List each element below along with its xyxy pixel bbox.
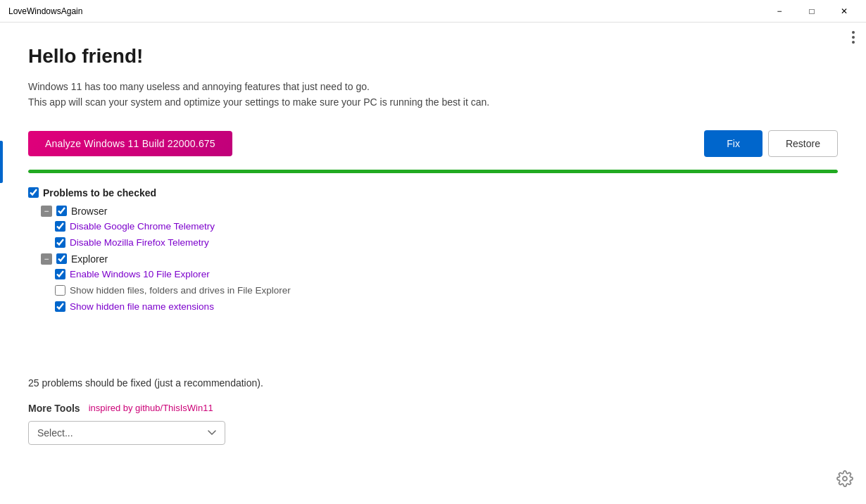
restore-button[interactable]: Restore	[768, 130, 838, 157]
firefox-telemetry-label[interactable]: Disable Mozilla Firefox Telemetry	[70, 237, 209, 248]
show-hidden-files-checkbox[interactable]	[55, 285, 65, 296]
actions-row: Analyze Windows 11 Build 22000.675 Fix R…	[28, 130, 838, 157]
description-line2: This app will scan your system and optim…	[28, 94, 838, 110]
explorer-collapse-button[interactable]: −	[41, 253, 52, 265]
win10-explorer-item: Enable Windows 10 File Explorer	[55, 269, 832, 279]
main-content: Hello friend! Windows 11 has too many us…	[0, 23, 866, 504]
browser-label[interactable]: Browser	[71, 206, 107, 217]
maximize-button[interactable]: □	[796, 0, 828, 23]
firefox-telemetry-item: Disable Mozilla Firefox Telemetry	[55, 237, 832, 248]
browser-sub-items: Disable Google Chrome Telemetry Disable …	[55, 221, 832, 248]
explorer-group-header: − Explorer	[41, 253, 832, 265]
root-check-label[interactable]: Problems to be checked	[43, 187, 156, 199]
page-title: Hello friend!	[28, 45, 838, 68]
chrome-telemetry-item: Disable Google Chrome Telemetry	[55, 221, 832, 232]
description-line1: Windows 11 has too many useless and anno…	[28, 79, 838, 94]
fix-button[interactable]: Fix	[704, 130, 763, 157]
chrome-telemetry-label[interactable]: Disable Google Chrome Telemetry	[70, 221, 215, 232]
browser-collapse-button[interactable]: −	[41, 206, 52, 217]
app-title: LoveWindowsAgain	[8, 6, 82, 16]
progress-bar-container	[28, 170, 838, 173]
win10-explorer-label[interactable]: Enable Windows 10 File Explorer	[70, 269, 210, 279]
problems-count: 25 problems should be fixed (just a reco…	[28, 377, 838, 389]
titlebar: LoveWindowsAgain − □ ✕	[0, 0, 866, 23]
show-extensions-item: Show hidden file name extensions	[55, 301, 832, 312]
explorer-group: − Explorer Enable Windows 10 File Explor…	[28, 253, 832, 312]
right-buttons: Fix Restore	[704, 130, 838, 157]
explorer-checkbox[interactable]	[56, 253, 67, 264]
root-checkbox[interactable]	[28, 187, 39, 198]
root-check-item: Problems to be checked	[28, 187, 832, 199]
browser-group-header: − Browser	[41, 206, 832, 217]
explorer-label[interactable]: Explorer	[71, 253, 108, 265]
more-tools-label: More Tools	[28, 403, 80, 414]
firefox-telemetry-checkbox[interactable]	[55, 237, 65, 248]
show-hidden-files-label[interactable]: Show hidden files, folders and drives in…	[70, 285, 291, 296]
browser-checkbox[interactable]	[56, 206, 67, 216]
show-extensions-label[interactable]: Show hidden file name extensions	[70, 301, 214, 312]
more-tools-select[interactable]: Select... Option 1 Option 2	[28, 421, 225, 445]
progress-bar-fill	[28, 170, 838, 173]
window-controls: − □ ✕	[763, 0, 860, 23]
more-tools-row: More Tools inspired by github/ThisIsWin1…	[28, 403, 838, 414]
close-button[interactable]: ✕	[828, 0, 860, 23]
minimize-button[interactable]: −	[763, 0, 796, 23]
analyze-button[interactable]: Analyze Windows 11 Build 22000.675	[28, 131, 232, 156]
win10-explorer-checkbox[interactable]	[55, 269, 65, 279]
browser-group: − Browser Disable Google Chrome Telemetr…	[28, 206, 832, 248]
explorer-sub-items: Enable Windows 10 File Explorer Show hid…	[55, 269, 832, 312]
more-tools-link[interactable]: inspired by github/ThisIsWin11	[89, 403, 213, 413]
svg-point-0	[843, 477, 847, 481]
show-hidden-files-item: Show hidden files, folders and drives in…	[55, 285, 832, 296]
problems-list[interactable]: Problems to be checked − Browser Disable…	[28, 187, 838, 377]
chrome-telemetry-checkbox[interactable]	[55, 221, 65, 232]
show-extensions-checkbox[interactable]	[55, 301, 65, 312]
gear-icon[interactable]	[836, 470, 853, 491]
description: Windows 11 has too many useless and anno…	[28, 79, 838, 111]
